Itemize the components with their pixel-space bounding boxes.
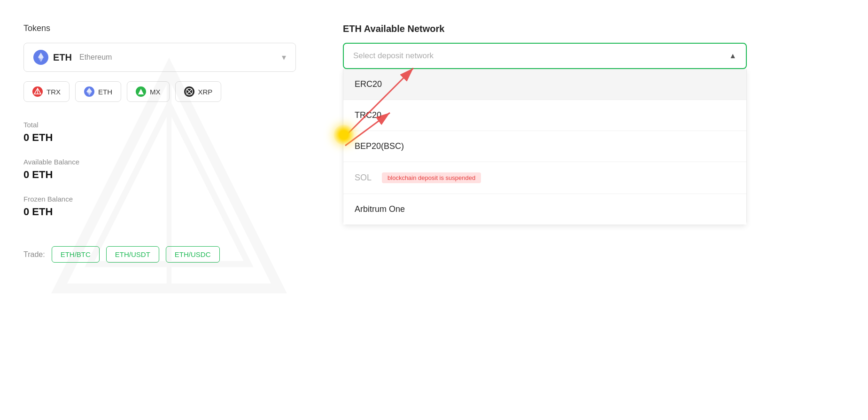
xrp-label: XRP [198,88,213,96]
network-dropdown-container: Select deposit network ▲ ERC20 TRC20 BEP… [343,43,747,225]
network-option-sol: SOL blockchain deposit is suspended [343,162,746,194]
mx-label: MX [150,88,161,96]
token-name: Ethereum [79,53,112,62]
frozen-value: 0 ETH [23,206,343,218]
trade-label: Trade: [23,250,45,259]
trade-chip-ethbtc[interactable]: ETH/BTC [52,246,100,263]
frozen-label: Frozen Balance [23,195,343,203]
frozen-balance-section: Frozen Balance 0 ETH [23,195,343,218]
network-option-arbitrum[interactable]: Arbitrum One [343,194,746,225]
main-container: Tokens ETH Ethereum ▾ [0,0,868,420]
network-option-erc20[interactable]: ERC20 [343,69,746,100]
network-option-bep20[interactable]: BEP20(BSC) [343,131,746,162]
trx-icon [32,86,43,97]
total-label: Total [23,121,343,129]
svg-marker-9 [138,89,144,94]
arbitrum-label: Arbitrum One [355,204,405,214]
tokens-label: Tokens [23,23,343,33]
total-value: 0 ETH [23,132,343,144]
trc20-label: TRC20 [355,110,381,120]
erc20-label: ERC20 [355,79,382,89]
token-chip-eth[interactable]: ETH [75,81,121,102]
network-title: ETH Available Network [343,23,845,34]
available-balance-section: Available Balance 0 ETH [23,158,343,181]
network-select-box[interactable]: Select deposit network ▲ [343,43,747,69]
mx-icon [136,86,146,97]
chevron-down-icon: ▾ [282,52,286,62]
suspended-badge: blockchain deposit is suspended [382,172,481,183]
eth-chip-icon [84,86,94,97]
available-label: Available Balance [23,158,343,166]
network-select-placeholder: Select deposit network [353,51,434,61]
token-chip-mx[interactable]: MX [127,81,170,102]
token-selector[interactable]: ETH Ethereum ▾ [23,43,296,72]
token-symbol: ETH [53,52,72,63]
token-chip-xrp[interactable]: XRP [175,81,222,102]
network-dropdown-list: ERC20 TRC20 BEP20(BSC) SOL blockchain de… [343,69,747,225]
chevron-up-icon: ▲ [729,52,736,60]
eth-main-icon [33,50,48,65]
trade-chip-ethusdc[interactable]: ETH/USDC [166,246,220,263]
token-chips: TRX ETH MX [23,81,343,102]
trade-chip-ethusdt[interactable]: ETH/USDT [106,246,159,263]
bep20-label: BEP20(BSC) [355,141,404,151]
trx-label: TRX [46,88,61,96]
trade-section: Trade: ETH/BTC ETH/USDT ETH/USDC [23,246,343,263]
left-panel: Tokens ETH Ethereum ▾ [23,19,343,401]
right-panel: ETH Available Network Select deposit net… [343,19,845,401]
token-chip-trx[interactable]: TRX [23,81,70,102]
network-option-trc20[interactable]: TRC20 [343,100,746,131]
xrp-icon [184,86,194,97]
token-selector-left: ETH Ethereum [33,50,112,65]
sol-label: SOL [355,173,372,183]
available-value: 0 ETH [23,169,343,181]
total-balance-section: Total 0 ETH [23,121,343,144]
eth-chip-label: ETH [98,88,112,96]
